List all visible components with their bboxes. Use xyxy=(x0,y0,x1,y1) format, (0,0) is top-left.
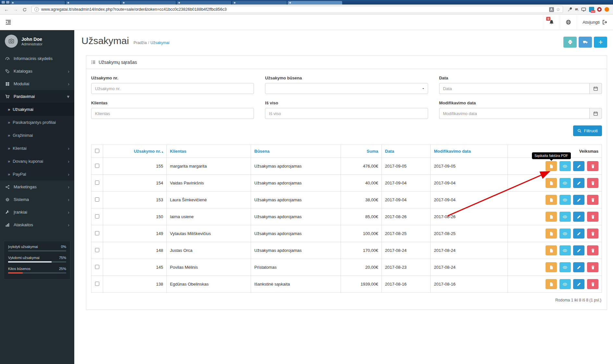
date-input[interactable] xyxy=(439,83,590,94)
sort-status-link[interactable]: Būsena xyxy=(254,149,270,154)
back-button[interactable]: ← xyxy=(3,6,10,13)
invoice-pdf-button[interactable] xyxy=(546,229,557,239)
sidebar-item-katalogas[interactable]: Katalogas › xyxy=(0,65,74,77)
sidebar-item-marketingas[interactable]: Marketingas › xyxy=(0,181,74,193)
page-info-icon[interactable]: i xyxy=(34,7,39,12)
sidebar-item-klientai[interactable]: » Klientai › xyxy=(0,142,74,155)
view-order-button[interactable] xyxy=(559,245,571,255)
total-input[interactable] xyxy=(265,108,428,119)
sort-modified-link2[interactable]: Modifikavimo data xyxy=(434,149,471,154)
edit-order-button[interactable] xyxy=(573,195,584,205)
row-checkbox[interactable] xyxy=(95,181,99,185)
logout-button[interactable]: Atsijungti xyxy=(577,15,613,30)
view-order-button[interactable] xyxy=(559,262,571,272)
browser-tab[interactable] xyxy=(232,1,287,5)
browser-tab[interactable] xyxy=(121,1,176,5)
sidebar-item-grazinimai[interactable]: » Grąžinimai xyxy=(0,129,74,142)
delete-order-button[interactable] xyxy=(587,161,598,171)
add-order-button[interactable] xyxy=(594,37,607,48)
sidebar-item-pardavimai[interactable]: Pardavimai ▾ xyxy=(0,90,74,103)
row-checkbox[interactable] xyxy=(95,248,99,252)
store-front-button[interactable] xyxy=(560,15,577,30)
edit-order-button[interactable] xyxy=(573,245,584,255)
invoice-pdf-button[interactable] xyxy=(546,245,557,255)
invoice-pdf-button[interactable] xyxy=(546,161,557,171)
view-order-button[interactable] xyxy=(559,161,571,171)
invoice-pdf-button[interactable] xyxy=(546,195,557,205)
row-checkbox[interactable] xyxy=(95,282,99,286)
view-order-button[interactable] xyxy=(559,279,571,289)
row-checkbox[interactable] xyxy=(95,214,99,218)
view-order-button[interactable] xyxy=(559,178,571,188)
modified-date-input[interactable] xyxy=(439,108,590,119)
notifications-button[interactable]: 0 xyxy=(543,15,560,30)
edit-order-button[interactable] xyxy=(573,178,584,188)
sort-date-link[interactable]: Data xyxy=(385,149,394,154)
row-checkbox[interactable] xyxy=(95,197,99,202)
edit-order-button[interactable] xyxy=(573,229,584,239)
sidebar-item-ataskaitos[interactable]: Ataskaitos › xyxy=(0,218,74,231)
sidebar-toggle-button[interactable] xyxy=(0,15,17,30)
sidebar-item-pasikartojantys-profiliai[interactable]: » Pasikartojantys profiliai xyxy=(0,116,74,129)
invoice-pdf-button[interactable] xyxy=(546,262,557,272)
row-checkbox[interactable] xyxy=(95,164,99,168)
delete-order-button[interactable] xyxy=(587,212,598,222)
select-all-checkbox[interactable] xyxy=(95,149,99,153)
customer-input[interactable] xyxy=(91,108,254,119)
breadcrumb-current-link[interactable]: Užsakymai xyxy=(150,41,170,45)
ip-extension-icon[interactable]: IP, xyxy=(575,8,578,11)
sort-total-link[interactable]: Suma xyxy=(367,149,378,154)
order-nr-input[interactable] xyxy=(91,83,254,94)
sort-customer-link[interactable]: Klientas xyxy=(170,149,186,154)
invoice-pdf-button[interactable] xyxy=(546,178,557,188)
eyedropper-extension-icon[interactable] xyxy=(567,7,572,12)
translate-icon[interactable]: A xyxy=(549,7,554,12)
view-order-button[interactable] xyxy=(559,195,571,205)
new-extension-icon[interactable]: New xyxy=(589,7,594,12)
invoice-pdf-button[interactable] xyxy=(546,279,557,289)
refresh-button[interactable] xyxy=(21,6,29,13)
sidebar-item-sistema[interactable]: Sistema › xyxy=(0,193,74,206)
print-invoice-button[interactable] xyxy=(563,37,577,48)
row-checkbox[interactable] xyxy=(95,265,99,269)
invoice-pdf-button[interactable] xyxy=(546,212,557,222)
delete-order-button[interactable] xyxy=(587,195,598,205)
delete-order-button[interactable] xyxy=(587,262,598,272)
filter-button[interactable]: Filtruoti xyxy=(573,125,602,136)
orange-extension-icon[interactable] xyxy=(605,7,609,12)
sidebar-item-irankiai[interactable]: Įrankiai › xyxy=(0,206,74,218)
row-checkbox[interactable] xyxy=(95,231,99,235)
edit-order-button[interactable] xyxy=(573,262,584,272)
sidebar-item-dovanu-kuponai[interactable]: » Dovanų kuponai › xyxy=(0,155,74,168)
browser-tab[interactable] xyxy=(10,1,65,5)
monitor-extension-icon[interactable] xyxy=(581,7,586,12)
forward-button[interactable]: → xyxy=(12,6,19,13)
browser-tab[interactable] xyxy=(177,1,231,5)
sidebar-item-informacinis-skydelis[interactable]: Informacinis skydelis xyxy=(0,52,74,65)
print-shipping-button[interactable] xyxy=(579,37,592,48)
delete-order-button[interactable] xyxy=(587,245,598,255)
breadcrumb-home-link[interactable]: Pradžia xyxy=(134,41,147,45)
order-status-select[interactable] xyxy=(265,83,428,94)
sort-order-nr-link[interactable]: Užsakymo nr.▴ xyxy=(134,149,163,154)
edit-order-button[interactable] xyxy=(573,279,584,289)
edit-order-button[interactable] xyxy=(573,161,584,171)
bookmark-star-icon[interactable]: ☆ xyxy=(556,7,560,12)
stat-label: Kitos būsenos xyxy=(8,267,30,271)
modified-calendar-button[interactable] xyxy=(589,108,602,119)
edit-order-button[interactable] xyxy=(573,212,584,222)
browser-tab[interactable] xyxy=(66,1,120,5)
sidebar-item-uzsakymai[interactable]: » Užsakymai xyxy=(0,103,74,116)
date-calendar-button[interactable] xyxy=(589,83,602,94)
view-order-button[interactable] xyxy=(559,229,571,239)
view-order-button[interactable] xyxy=(559,212,571,222)
red-circle-extension-icon[interactable] xyxy=(597,7,602,12)
browser-tab-active[interactable] xyxy=(288,1,342,5)
sidebar-item-moduliai[interactable]: Moduliai › xyxy=(0,77,74,90)
delete-order-button[interactable] xyxy=(587,279,598,289)
customer-cell: Vytautas Miliškevičius xyxy=(167,225,251,242)
sidebar-item-paypal[interactable]: » PayPal › xyxy=(0,168,74,181)
address-bar[interactable]: i www.agregatai.lt/siteadmin14/index.php… xyxy=(31,6,563,13)
delete-order-button[interactable] xyxy=(587,229,598,239)
delete-order-button[interactable] xyxy=(587,178,598,188)
